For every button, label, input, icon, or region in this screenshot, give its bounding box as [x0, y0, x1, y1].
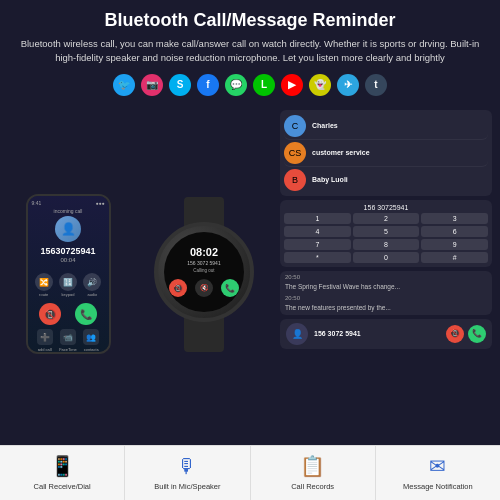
callback-action-buttons: 📵 📞	[446, 325, 486, 343]
call-receive-icon: 📱	[50, 454, 75, 478]
numpad-key-4[interactable]: 4	[284, 226, 351, 237]
contacts-panel: C Charles CS customer service B Baby Luo…	[280, 110, 492, 196]
audio-label: audio	[83, 292, 101, 297]
phone-avatar: 👤	[55, 216, 81, 242]
watch-face: 08:02 156 3072 5941 Calling out 📵 🔇 📞	[164, 232, 244, 312]
footer-item-call-records: 📋 Call Records	[251, 446, 376, 500]
contact-avatar-service: CS	[284, 142, 306, 164]
numpad-key-7[interactable]: 7	[284, 239, 351, 250]
social-icons-row: 🐦 📷 S f 💬 L ▶ 👻 ✈ t	[20, 74, 480, 96]
telegram-icon: ✈	[337, 74, 359, 96]
callback-avatar: 👤	[286, 323, 308, 345]
numpad-grid: 1 2 3 4 5 6 7 8 9 * 0 #	[284, 213, 488, 263]
watch-mockup: 08:02 156 3072 5941 Calling out 📵 🔇 📞	[144, 197, 264, 352]
main-content: 9:41 ●●● incoming call 👤 15630725941 00:…	[0, 104, 500, 446]
phone-option-route: 🔀 route	[35, 273, 53, 297]
numpad-key-1[interactable]: 1	[284, 213, 351, 224]
numpad-key-hash[interactable]: #	[421, 252, 488, 263]
phone-section: 9:41 ●●● incoming call 👤 15630725941 00:…	[8, 110, 128, 440]
numpad-display-number: 156 30725941	[284, 204, 488, 211]
callback-accept-button[interactable]: 📞	[468, 325, 486, 343]
contact-avatar-baby: B	[284, 169, 306, 191]
mic-speaker-icon: 🎙	[177, 455, 197, 478]
contact-name-charles: Charles	[312, 122, 488, 129]
snapchat-icon: 👻	[309, 74, 331, 96]
message-item-1: 20:50 The Spring Festival Wave has chang…	[285, 274, 487, 291]
message-time-2: 20:50	[285, 295, 487, 301]
phone-call-actions: 📵 📞	[32, 303, 105, 325]
phone-call-time: 00:04	[32, 257, 105, 263]
phone-status-bar: 9:41 ●●●	[32, 200, 105, 206]
chat-icon: 💬	[225, 74, 247, 96]
numpad-key-star[interactable]: *	[284, 252, 351, 263]
footer-item-message-notification: ✉ Message Notification	[376, 446, 500, 500]
phone-mockup: 9:41 ●●● incoming call 👤 15630725941 00:…	[26, 194, 111, 354]
contact-info-charles: Charles	[312, 122, 488, 129]
numpad-key-0[interactable]: 0	[353, 252, 420, 263]
message-notification-label: Message Notification	[403, 482, 473, 492]
callback-number: 156 3072 5941	[314, 330, 440, 337]
contacts-action: 👥 contacts	[83, 329, 99, 352]
message-text-1: The Spring Festival Wave has change...	[285, 282, 487, 291]
facetime-action: 📹 FaceTime	[59, 329, 77, 352]
message-time-1: 20:50	[285, 274, 487, 280]
numpad-key-5[interactable]: 5	[353, 226, 420, 237]
callback-panel: 👤 156 3072 5941 📵 📞	[280, 319, 492, 349]
phone-secondary-actions: ➕ add call 📹 FaceTime 👥 contacts	[32, 325, 105, 354]
add-call-icon: ➕	[37, 329, 53, 345]
right-panels: C Charles CS customer service B Baby Luo…	[280, 110, 492, 440]
numpad-number-text: 156 30725941	[364, 204, 409, 211]
numpad-key-6[interactable]: 6	[421, 226, 488, 237]
add-call-label: add call	[38, 347, 52, 352]
watch-call-buttons: 📵 🔇 📞	[169, 279, 239, 297]
callback-decline-button[interactable]: 📵	[446, 325, 464, 343]
numpad-key-3[interactable]: 3	[421, 213, 488, 224]
watch-band-bottom	[184, 317, 224, 352]
watch-accept-button[interactable]: 📞	[221, 279, 239, 297]
numpad-key-9[interactable]: 9	[421, 239, 488, 250]
decline-button[interactable]: 📵	[39, 303, 61, 325]
tumblr-icon: t	[365, 74, 387, 96]
accept-button[interactable]: 📞	[75, 303, 97, 325]
mic-speaker-label: Built in Mic/Speaker	[154, 482, 220, 492]
watch-mute-button[interactable]: 🔇	[195, 279, 213, 297]
watch-caller-number: 156 3072 5941	[187, 260, 220, 266]
numpad-key-2[interactable]: 2	[353, 213, 420, 224]
contact-item-service: CS customer service	[284, 140, 488, 167]
call-receive-label: Call Receive/Dial	[34, 482, 91, 492]
contact-avatar-charles: C	[284, 115, 306, 137]
watch-case: 08:02 156 3072 5941 Calling out 📵 🔇 📞	[154, 222, 254, 322]
keypad-icon: 🔢	[59, 273, 77, 291]
call-records-icon: 📋	[300, 454, 325, 478]
header-section: Bluetooth Call/Message Reminder Bluetoot…	[0, 0, 500, 104]
contact-info-service: customer service	[312, 149, 488, 156]
numpad-key-8[interactable]: 8	[353, 239, 420, 250]
phone-option-audio: 🔊 audio	[83, 273, 101, 297]
keypad-label: keypad	[59, 292, 77, 297]
contact-name-baby: Baby Luoli	[312, 176, 488, 183]
phone-time: 9:41	[32, 200, 42, 206]
audio-icon: 🔊	[83, 273, 101, 291]
footer-item-mic-speaker: 🎙 Built in Mic/Speaker	[125, 446, 250, 500]
phone-signal: ●●●	[95, 200, 104, 206]
watch-time: 08:02	[190, 246, 218, 258]
phone-option-keypad: 🔢 keypad	[59, 273, 77, 297]
phone-screen: 9:41 ●●● incoming call 👤 15630725941 00:…	[28, 196, 109, 354]
facetime-icon: 📹	[60, 329, 76, 345]
message-notification-icon: ✉	[429, 454, 446, 478]
watch-calling-text: Calling out	[193, 268, 214, 273]
route-label: route	[35, 292, 53, 297]
contact-item-baby: B Baby Luoli	[284, 167, 488, 193]
contacts-icon: 👥	[83, 329, 99, 345]
facetime-label: FaceTime	[59, 347, 77, 352]
numpad-panel: 156 30725941 1 2 3 4 5 6 7 8 9 * 0 #	[280, 200, 492, 267]
footer-item-call-receive: 📱 Call Receive/Dial	[0, 446, 125, 500]
message-text-2: The new features presented by the...	[285, 303, 487, 312]
call-records-label: Call Records	[291, 482, 334, 492]
messages-panel: 20:50 The Spring Festival Wave has chang…	[280, 271, 492, 315]
page: Bluetooth Call/Message Reminder Bluetoot…	[0, 0, 500, 500]
watch-decline-button[interactable]: 📵	[169, 279, 187, 297]
route-icon: 🔀	[35, 273, 53, 291]
youtube-icon: ▶	[281, 74, 303, 96]
facebook-icon: f	[197, 74, 219, 96]
